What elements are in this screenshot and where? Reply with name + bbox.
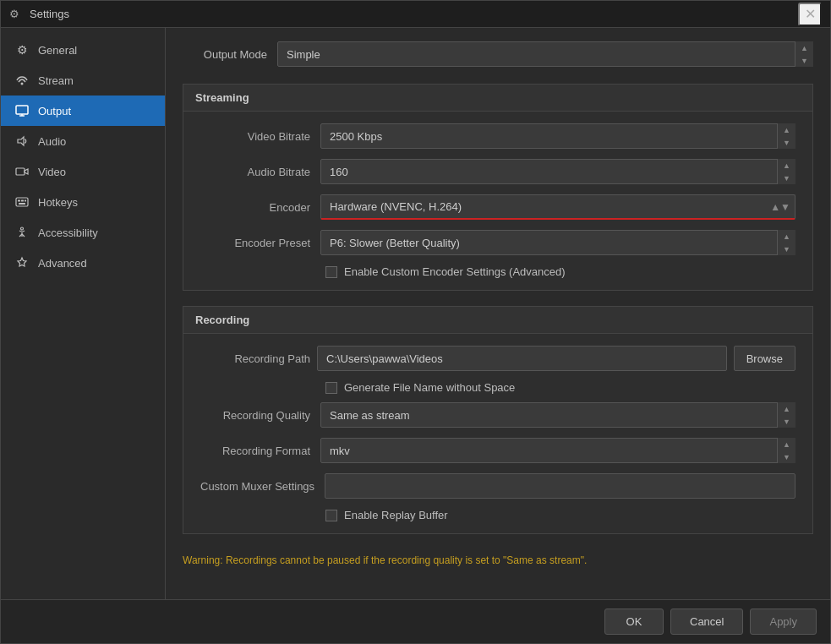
recording-path-label: Recording Path: [200, 352, 310, 365]
window-title: Settings: [30, 8, 69, 20]
sidebar-label-video: Video: [38, 166, 66, 178]
ok-button[interactable]: OK: [604, 609, 664, 635]
recording-format-down[interactable]: ▼: [778, 450, 795, 463]
recording-format-select[interactable]: mkv mp4 flv ts: [320, 438, 795, 463]
sidebar-label-advanced: Advanced: [38, 257, 87, 270]
audio-bitrate-input[interactable]: [320, 159, 795, 184]
recording-quality-down[interactable]: ▼: [778, 415, 795, 428]
custom-muxer-input[interactable]: [325, 473, 795, 499]
encoder-preset-down[interactable]: ▼: [778, 243, 795, 255]
recording-quality-label: Recording Quality: [200, 409, 310, 422]
sidebar-label-output: Output: [38, 105, 71, 117]
custom-encoder-checkbox[interactable]: [325, 266, 337, 278]
output-mode-select[interactable]: Simple Advanced: [277, 41, 813, 67]
video-icon: [14, 164, 30, 179]
recording-format-up[interactable]: ▲: [778, 438, 795, 450]
output-mode-label: Output Mode: [183, 48, 267, 61]
sidebar-item-general[interactable]: ⚙ General: [1, 35, 165, 65]
accessibility-icon: [14, 225, 30, 240]
encoder-preset-up[interactable]: ▲: [778, 230, 795, 243]
custom-muxer-row: Custom Muxer Settings: [200, 473, 795, 499]
generate-filename-label: Generate File Name without Space: [344, 381, 515, 394]
video-bitrate-spinner: ▲ ▼: [777, 123, 795, 149]
encoder-preset-label: Encoder Preset: [200, 237, 310, 249]
recording-quality-up[interactable]: ▲: [778, 402, 795, 415]
titlebar: ⚙ Settings ✕: [1, 1, 830, 28]
video-bitrate-input[interactable]: [320, 123, 795, 149]
generate-filename-row: Generate File Name without Space: [200, 381, 795, 394]
custom-encoder-label: Enable Custom Encoder Settings (Advanced…: [344, 265, 566, 278]
audio-bitrate-wrapper: ▲ ▼: [320, 159, 795, 184]
svg-rect-1: [16, 106, 28, 114]
cancel-button[interactable]: Cancel: [670, 609, 743, 635]
sidebar: ⚙ General Stream: [1, 28, 166, 599]
svg-rect-4: [18, 200, 20, 202]
encoder-preset-row: Encoder Preset P6: Slower (Better Qualit…: [200, 230, 795, 255]
svg-rect-5: [21, 200, 24, 202]
sidebar-item-advanced[interactable]: Advanced: [1, 248, 165, 278]
recording-quality-wrapper: Same as stream ▲ ▼: [320, 402, 795, 428]
svg-rect-3: [16, 198, 28, 206]
custom-muxer-label: Custom Muxer Settings: [200, 480, 314, 493]
video-bitrate-label: Video Bitrate: [200, 130, 310, 143]
recording-section-header: Recording: [183, 306, 813, 333]
streaming-section-header: Streaming: [183, 84, 813, 111]
content-area: ⚙ General Stream: [1, 28, 830, 599]
output-mode-select-wrapper: Simple Advanced ▲ ▼: [277, 41, 813, 67]
stream-icon: [14, 73, 30, 88]
recording-quality-select[interactable]: Same as stream: [320, 402, 795, 428]
sidebar-label-audio: Audio: [38, 135, 66, 148]
settings-window: ⚙ Settings ✕ ⚙ General Stream: [0, 0, 831, 644]
recording-path-row: Recording Path Browse: [200, 346, 795, 371]
encoder-preset-select[interactable]: P6: Slower (Better Quality): [320, 230, 795, 255]
recording-format-spinner: ▲ ▼: [777, 438, 795, 463]
sidebar-label-general: General: [38, 44, 77, 57]
custom-encoder-row: Enable Custom Encoder Settings (Advanced…: [200, 265, 795, 278]
audio-bitrate-label: Audio Bitrate: [200, 166, 310, 178]
svg-rect-2: [16, 168, 25, 175]
settings-icon: ⚙: [9, 8, 23, 21]
encoder-select[interactable]: Hardware (NVENC, H.264) Software (x264): [320, 194, 795, 220]
svg-rect-6: [25, 200, 26, 202]
output-mode-row: Output Mode Simple Advanced ▲ ▼: [183, 41, 813, 67]
sidebar-item-audio[interactable]: Audio: [1, 126, 165, 156]
sidebar-item-hotkeys[interactable]: Hotkeys: [1, 187, 165, 217]
apply-button[interactable]: Apply: [750, 609, 817, 635]
sidebar-item-output[interactable]: Output: [1, 96, 165, 126]
recording-format-label: Recording Format: [200, 445, 310, 457]
gear-icon: ⚙: [14, 42, 30, 57]
close-button[interactable]: ✕: [798, 3, 822, 26]
video-bitrate-wrapper: ▲ ▼: [320, 123, 795, 149]
output-icon: [14, 103, 30, 118]
svg-point-8: [21, 227, 24, 230]
audio-bitrate-up[interactable]: ▲: [778, 159, 795, 172]
output-mode-down[interactable]: ▼: [795, 54, 813, 67]
warning-text: Warning: Recordings cannot be paused if …: [183, 548, 813, 570]
browse-button[interactable]: Browse: [734, 346, 795, 371]
audio-bitrate-row: Audio Bitrate ▲ ▼: [200, 159, 795, 184]
advanced-icon: [14, 255, 30, 270]
output-mode-up[interactable]: ▲: [795, 41, 813, 54]
recording-path-input[interactable]: [317, 346, 727, 371]
sidebar-item-stream[interactable]: Stream: [1, 65, 165, 96]
generate-filename-checkbox[interactable]: [325, 382, 337, 394]
sidebar-label-stream: Stream: [38, 74, 74, 87]
svg-point-0: [21, 83, 24, 85]
audio-bitrate-down[interactable]: ▼: [778, 172, 795, 184]
recording-quality-spinner: ▲ ▼: [777, 402, 795, 428]
encoder-row: Encoder Hardware (NVENC, H.264) Software…: [200, 194, 795, 220]
replay-buffer-checkbox[interactable]: [325, 510, 337, 521]
encoder-select-wrapper: Hardware (NVENC, H.264) Software (x264) …: [320, 194, 795, 220]
recording-format-row: Recording Format mkv mp4 flv ts ▲ ▼: [200, 438, 795, 463]
sidebar-item-video[interactable]: Video: [1, 156, 165, 187]
sidebar-item-accessibility[interactable]: Accessibility: [1, 217, 165, 248]
main-panel: Output Mode Simple Advanced ▲ ▼ Streamin…: [166, 28, 830, 599]
streaming-section-body: Video Bitrate ▲ ▼ Audio Bitrate: [183, 111, 813, 291]
recording-format-wrapper: mkv mp4 flv ts ▲ ▼: [320, 438, 795, 463]
recording-section-body: Recording Path Browse Generate File Name…: [183, 333, 813, 534]
audio-bitrate-spinner: ▲ ▼: [777, 159, 795, 184]
video-bitrate-down[interactable]: ▼: [778, 136, 795, 149]
video-bitrate-up[interactable]: ▲: [778, 123, 795, 136]
encoder-label: Encoder: [200, 201, 310, 214]
sidebar-label-hotkeys: Hotkeys: [38, 196, 78, 209]
